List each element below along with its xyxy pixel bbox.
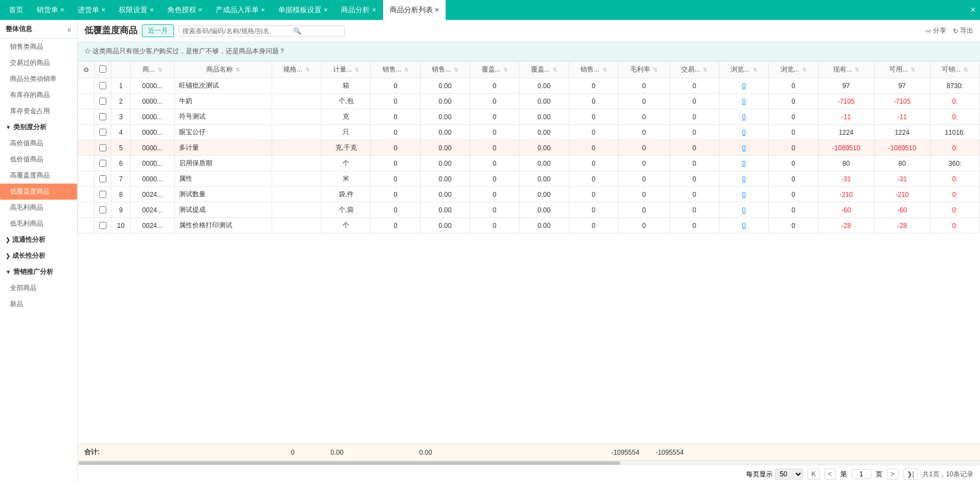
row-checkbox[interactable] (99, 113, 106, 120)
row-name[interactable]: 眼宝公仔 (174, 125, 272, 140)
sort-icon-gross-rate[interactable]: ⇅ (653, 67, 657, 73)
sidebar-group-liquidity[interactable]: ❯ 流通性分析 (0, 232, 77, 248)
page-input[interactable] (851, 469, 871, 479)
sidebar-item-low-coverage[interactable]: 低覆盖度商品 (0, 184, 77, 200)
sort-icon-cover-a[interactable]: ⇅ (503, 67, 508, 73)
row-browse-a[interactable]: 0 (719, 109, 768, 125)
nav-production[interactable]: 产成品入库单 × (209, 0, 272, 20)
row-browse-a[interactable]: 0 (719, 171, 768, 187)
row-checkbox-cell[interactable] (95, 171, 111, 187)
page-prev-btn[interactable]: < (824, 469, 836, 480)
row-checkbox[interactable] (99, 206, 106, 213)
nav-permissions[interactable]: 权限设置 × (112, 0, 160, 20)
nav-product-analysis-list[interactable]: 商品分析列表 × (383, 0, 446, 20)
sidebar-item-stocked-goods[interactable]: 有库存的商品 (0, 87, 77, 103)
row-checkbox-cell[interactable] (95, 125, 111, 140)
page-last-btn[interactable]: ❯| (903, 469, 918, 480)
nav-roles[interactable]: 角色授权 × (161, 0, 209, 20)
nav-template[interactable]: 单据模板设置 × (272, 0, 334, 20)
nav-purchase[interactable]: 进货单 × (71, 0, 112, 20)
nav-home[interactable]: 首页 (2, 0, 30, 20)
row-checkbox[interactable] (99, 144, 106, 151)
sidebar-item-high-coverage[interactable]: 高覆盖度商品 (0, 167, 77, 184)
sort-icon-sales-amt[interactable]: ⇅ (454, 67, 458, 73)
filter-recent-month-btn[interactable]: 近一月 (142, 24, 174, 37)
sidebar-item-inventory-capital[interactable]: 库存资金占用 (0, 103, 77, 119)
sort-icon-avail[interactable]: ⇅ (911, 67, 915, 73)
sidebar-item-sales-goods[interactable]: 销售类商品 (0, 39, 77, 55)
sidebar-item-high-value[interactable]: 高价值商品 (0, 135, 77, 151)
row-name[interactable]: 多计量 (174, 140, 272, 156)
sort-icon-cover-b[interactable]: ⇅ (553, 67, 557, 73)
nav-sales[interactable]: 销货单 × (30, 0, 71, 20)
row-checkbox-cell[interactable] (95, 140, 111, 156)
sort-icon-spec[interactable]: ⇅ (305, 67, 310, 73)
row-browse-a[interactable]: 0 (719, 140, 768, 156)
row-checkbox-cell[interactable] (95, 94, 111, 109)
sort-icon-unit[interactable]: ⇅ (355, 67, 359, 73)
row-name[interactable]: 旺铺批次测试 (174, 78, 272, 94)
sidebar-item-category-rate[interactable]: 商品分类动销率 (0, 71, 77, 87)
sidebar-item-high-margin[interactable]: 高毛利商品 (0, 200, 77, 216)
row-name[interactable]: 属性 (174, 171, 272, 187)
row-browse-a[interactable]: 0 (719, 156, 768, 171)
row-checkbox[interactable] (99, 160, 106, 167)
sort-icon-browse-b[interactable]: ⇅ (802, 67, 807, 73)
page-first-btn[interactable]: K (808, 469, 820, 480)
sort-icon-sales-qty[interactable]: ⇅ (404, 67, 409, 73)
row-checkbox[interactable] (99, 175, 106, 182)
table-container[interactable]: ⚙ 商... ⇅ 商品名称 ⇅ (78, 61, 980, 444)
page-size-dropdown[interactable]: 50 100 200 (775, 469, 803, 480)
sidebar-item-all-goods[interactable]: 全部商品 (0, 280, 77, 296)
row-browse-a[interactable]: 0 (719, 218, 768, 233)
sort-icon-code[interactable]: ⇅ (158, 67, 162, 73)
sidebar-group-category[interactable]: ▼ 类别度分析 (0, 119, 77, 135)
row-checkbox-cell[interactable] (95, 109, 111, 125)
sidebar-item-low-margin[interactable]: 低毛利商品 (0, 216, 77, 232)
row-browse-a[interactable]: 0 (719, 94, 768, 109)
sort-icon-sales-c[interactable]: ⇅ (603, 67, 607, 73)
sidebar-item-new-goods[interactable]: 新品 (0, 296, 77, 312)
export-btn[interactable]: ↻ 导出 (953, 26, 973, 35)
sort-icon-name[interactable]: ⇅ (236, 67, 240, 73)
row-name[interactable]: 符号测试 (174, 109, 272, 125)
row-checkbox-cell[interactable] (95, 187, 111, 202)
row-name[interactable]: 牛奶 (174, 94, 272, 109)
sidebar-group-growth[interactable]: ❯ 成长性分析 (0, 248, 77, 264)
row-name[interactable]: 启用保质期 (174, 156, 272, 171)
row-checkbox[interactable] (99, 98, 106, 105)
share-btn[interactable]: ⇨ 分享 (926, 26, 946, 35)
nav-close-icon[interactable]: × (971, 5, 976, 15)
sort-icon-sellable[interactable]: ⇅ (963, 67, 968, 73)
row-checkbox[interactable] (99, 222, 106, 229)
sort-icon-stock-a[interactable]: ⇅ (855, 67, 859, 73)
nav-product-analysis[interactable]: 商品分析 × (334, 0, 382, 20)
page-next-btn[interactable]: > (887, 469, 899, 480)
row-checkbox-cell[interactable] (95, 78, 111, 94)
row-name[interactable]: 测试提成 (174, 202, 272, 218)
sidebar-group-marketing[interactable]: ▼ 营销推广分析 (0, 264, 77, 280)
row-browse-a[interactable]: 0 (719, 187, 768, 202)
select-all-checkbox[interactable] (99, 65, 106, 73)
th-settings[interactable]: ⚙ (78, 62, 95, 78)
sidebar-item-low-value[interactable]: 低价值商品 (0, 151, 77, 167)
search-icon[interactable]: 🔍 (293, 27, 302, 35)
sidebar-item-traded-goods[interactable]: 交易过的商品 (0, 55, 77, 71)
row-checkbox-cell[interactable] (95, 202, 111, 218)
row-checkbox-cell[interactable] (95, 156, 111, 171)
sidebar-collapse-btn[interactable]: « (67, 25, 72, 34)
sort-icon-trade[interactable]: ⇅ (703, 67, 707, 73)
row-browse-a[interactable]: 0 (719, 125, 768, 140)
row-checkbox-cell[interactable] (95, 218, 111, 233)
row-browse-a[interactable]: 0 (719, 202, 768, 218)
horizontal-scrollbar[interactable] (78, 460, 980, 465)
search-input[interactable] (182, 27, 293, 35)
row-checkbox[interactable] (99, 191, 106, 198)
settings-icon[interactable]: ⚙ (83, 66, 89, 74)
row-name[interactable]: 属性价格打印测试 (174, 218, 272, 233)
row-checkbox[interactable] (99, 82, 106, 89)
row-checkbox[interactable] (99, 129, 106, 136)
sort-icon-browse-a[interactable]: ⇅ (753, 67, 757, 73)
row-browse-a[interactable]: 0 (719, 78, 768, 94)
row-name[interactable]: 测试数量 (174, 187, 272, 202)
